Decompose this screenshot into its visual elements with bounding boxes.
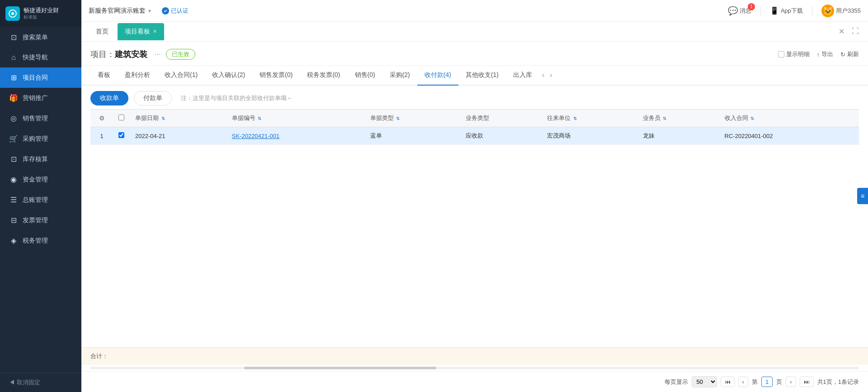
- sub-nav-sales[interactable]: 销售(0): [348, 66, 382, 86]
- tab-project-board[interactable]: 项目看板 ✕: [118, 23, 164, 40]
- sidebar-item-invoice[interactable]: ⊟ 发票管理: [0, 210, 81, 230]
- totals-row: 合计：: [81, 347, 868, 365]
- export-button[interactable]: ↑ 导出: [817, 50, 834, 58]
- right-edge-button[interactable]: ≡: [857, 188, 868, 204]
- inventory-icon: ⊡: [9, 155, 18, 163]
- sub-nav-income-contract[interactable]: 收入合同(1): [157, 66, 205, 86]
- col-header-date[interactable]: 单据日期 ⇅: [130, 110, 226, 127]
- sub-nav-receipt-payment[interactable]: 收付款(4): [417, 66, 458, 86]
- page-content: 项目：建筑安装 ··· 已生效 显示明细 ↑ 导出 ↻ 刷新: [81, 42, 868, 392]
- sub-nav-profit[interactable]: 盈利分析: [118, 66, 157, 86]
- col-header-income-contract[interactable]: 收入合同 ⇅: [719, 110, 859, 127]
- project-more-button[interactable]: ···: [155, 50, 160, 58]
- app-download-button[interactable]: 📱 App下载: [770, 6, 803, 15]
- app-edition: 标准版: [24, 14, 59, 20]
- first-page-button[interactable]: ⏮: [721, 377, 735, 387]
- sub-nav-other-expenditure[interactable]: 其他收支(1): [458, 66, 506, 86]
- last-page-button[interactable]: ⏭: [800, 377, 814, 387]
- row-partner: 宏茂商场: [542, 127, 637, 145]
- tab-home[interactable]: 首页: [89, 23, 116, 40]
- sidebar-unpin-button[interactable]: ◀ 取消固定: [0, 373, 81, 392]
- horizontal-scrollbar[interactable]: [90, 367, 859, 369]
- col-number-label: 单据编号: [232, 115, 255, 121]
- sub-nav-tax-invoice[interactable]: 税务发票(0): [300, 66, 347, 86]
- row-checkbox[interactable]: [118, 132, 124, 138]
- col-header-type[interactable]: 单据类型 ⇅: [365, 110, 461, 127]
- sidebar-item-label: 营销推广: [23, 94, 48, 102]
- sidebar-item-search[interactable]: ⊡ 搜索菜单: [0, 27, 81, 48]
- sidebar-item-quick-nav[interactable]: ⌂ 快捷导航: [0, 48, 81, 67]
- sidebar-header: 畅捷通好业财 标准版: [0, 0, 81, 27]
- tab-close-icon[interactable]: ✕: [153, 29, 157, 34]
- col-header-number[interactable]: 单据编号 ⇅: [226, 110, 365, 127]
- col-type-label: 单据类型: [370, 115, 394, 121]
- refresh-button[interactable]: ↻ 刷新: [840, 50, 859, 58]
- row-number-link[interactable]: SK-20220421-001: [232, 133, 280, 139]
- sidebar-item-purchase[interactable]: 🛒 采购管理: [0, 129, 81, 149]
- refresh-icon: ↻: [840, 51, 845, 58]
- phone-icon: 📱: [770, 6, 779, 15]
- payment-tab-button[interactable]: 付款单: [134, 91, 172, 105]
- sidebar-item-general-ledger[interactable]: ☰ 总账管理: [0, 190, 81, 210]
- total-records-label: 共1页，1条记录: [817, 378, 859, 386]
- sidebar-item-label: 销售管理: [23, 115, 48, 123]
- sub-nav-sales-invoice[interactable]: 销售发票(0): [252, 66, 300, 86]
- header-divider: [760, 6, 761, 15]
- prev-page-button[interactable]: ‹: [738, 377, 748, 387]
- page-word: 第: [752, 378, 758, 386]
- unpin-label: ◀ 取消固定: [9, 378, 40, 387]
- sidebar-item-label: 税务管理: [23, 237, 48, 245]
- col-header-checkbox: [113, 110, 130, 127]
- sales-icon: ◎: [9, 114, 18, 123]
- page-size-select[interactable]: 50 20 100: [692, 376, 717, 387]
- current-page[interactable]: 1: [761, 377, 773, 387]
- next-page-button[interactable]: ›: [786, 377, 796, 387]
- close-all-tabs-button[interactable]: ✕: [837, 25, 846, 38]
- certified-label: 已认证: [171, 7, 189, 15]
- user-label: 用户3355: [836, 7, 861, 15]
- project-title: 项目：建筑安装: [90, 49, 147, 60]
- tab-project-board-label: 项目看板: [125, 28, 150, 36]
- sidebar-item-inventory[interactable]: ⊡ 库存核算: [0, 149, 81, 169]
- sidebar-item-label: 总账管理: [23, 196, 48, 204]
- sub-nav-receipt-payment-label: 收付款(4): [425, 71, 451, 78]
- sidebar-item-marketing[interactable]: 🎁 营销推广: [0, 88, 81, 108]
- messages-button[interactable]: 💬 消息 1: [728, 6, 751, 16]
- col-header-partner[interactable]: 往来单位 ⇅: [542, 110, 637, 127]
- sidebar-item-tax[interactable]: ◈ 税务管理: [0, 230, 81, 251]
- row-number[interactable]: SK-20220421-001: [226, 127, 365, 145]
- invoice-icon: ⊟: [9, 216, 18, 225]
- account-selector[interactable]: 新服务官网演示账套 ▾: [89, 7, 151, 15]
- col-header-salesperson[interactable]: 业务员 ⇅: [637, 110, 719, 127]
- show-detail-checkbox[interactable]: 显示明细: [778, 50, 810, 58]
- expand-button[interactable]: ⛶: [850, 25, 861, 38]
- select-all-checkbox[interactable]: [118, 115, 124, 120]
- project-contract-icon: ⊞: [9, 73, 18, 82]
- col-header-gear[interactable]: ⚙: [90, 110, 113, 127]
- show-detail-checkbox-box[interactable]: [778, 51, 784, 57]
- gear-settings-icon[interactable]: ⚙: [99, 115, 105, 122]
- sub-nav-other-expenditure-label: 其他收支(1): [466, 71, 499, 78]
- sub-nav-kanban[interactable]: 看板: [90, 66, 118, 86]
- certified-badge: 已认证: [162, 7, 189, 15]
- sidebar-item-project-contract[interactable]: ⊞ 项目合同: [0, 67, 81, 88]
- page-size-label: 每页显示: [665, 378, 688, 386]
- sub-nav-income-contract-label: 收入合同(1): [165, 71, 198, 78]
- sub-tab-note: 注：这里是与项目关联的全部收付款单哦～: [181, 94, 292, 102]
- sub-nav-prev-arrow[interactable]: ‹: [539, 67, 547, 83]
- sub-nav-income-confirm[interactable]: 收入确认(2): [205, 66, 252, 86]
- sidebar-item-sales[interactable]: ◎ 销售管理: [0, 108, 81, 129]
- sub-nav-in-out[interactable]: 出入库: [506, 66, 539, 86]
- receipt-tab-button[interactable]: 收款单: [90, 91, 128, 105]
- scrollbar-thumb[interactable]: [244, 367, 436, 369]
- dropdown-icon: ▾: [148, 8, 151, 14]
- sort-type-icon: ⇅: [396, 116, 400, 121]
- row-salesperson: 龙妹: [637, 127, 719, 145]
- project-name: 建筑安装: [115, 50, 147, 59]
- user-menu-button[interactable]: 🐱 用户3355: [821, 5, 861, 17]
- sidebar-item-finance[interactable]: ◉ 资金管理: [0, 169, 81, 190]
- header-divider-2: [812, 6, 812, 15]
- sub-nav-next-arrow[interactable]: ›: [547, 67, 555, 83]
- table-row[interactable]: 1 2022-04-21 SK-20220421-001 蓝单 应收款 宏茂商场: [90, 127, 859, 145]
- sub-nav-purchase[interactable]: 采购(2): [382, 66, 417, 86]
